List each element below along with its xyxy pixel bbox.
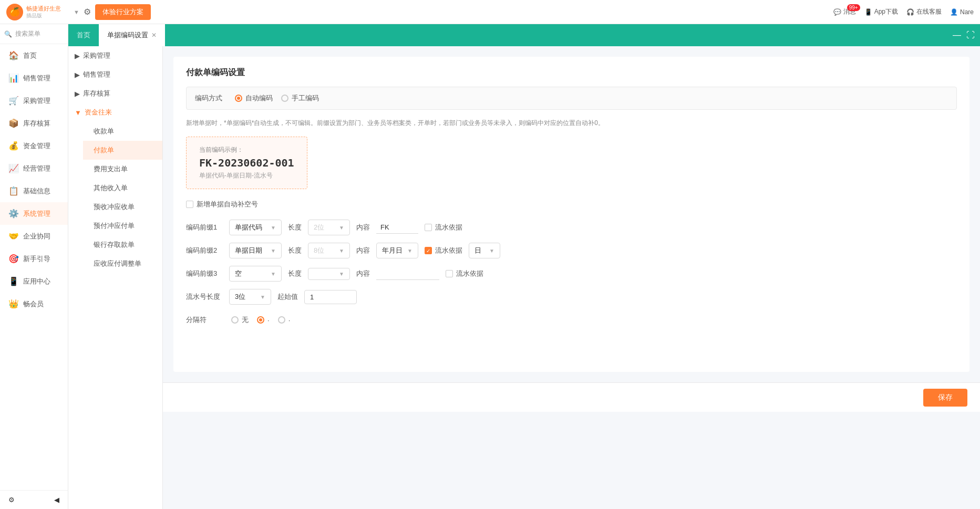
sep-dot[interactable]: · [257, 316, 270, 324]
sep-dot-radio[interactable] [257, 316, 264, 324]
bottom-bar: 保存 [163, 382, 980, 412]
finance-icon: 💰 [8, 141, 19, 151]
sep-none[interactable]: 无 [231, 315, 249, 325]
prefix1-label: 编码前缀1 [186, 223, 223, 232]
sidebar: 🔍 搜索菜单 🏠 首页 📊 销售管理 🛒 采购管理 📦 库存核算 💰 资金管理 … [0, 24, 68, 509]
left-item-payable-adj[interactable]: 应收应付调整单 [83, 254, 162, 273]
basic-icon: 📋 [8, 186, 19, 196]
left-item-payment[interactable]: 付款单 [83, 141, 162, 160]
prefix3-length-select[interactable]: ▼ [308, 268, 350, 280]
sidebar-item-operation[interactable]: 📈 经营管理 [0, 157, 68, 180]
prefix2-serial-check[interactable]: ✓ 流水依据 [425, 246, 462, 255]
auto-fill-checkbox-row[interactable]: 新增单据自动补空号 [186, 200, 957, 209]
start-value-input[interactable] [304, 290, 357, 304]
prefix3-row: 编码前缀3 空 ▼ 长度 ▼ 内容 流水依据 [186, 266, 957, 282]
prefix3-content-input[interactable] [376, 267, 439, 280]
enterprise-icon: 🤝 [8, 231, 19, 241]
prefix1-serial-check[interactable]: 流水依据 [425, 223, 462, 232]
group-sales[interactable]: ▶ 销售管理 [68, 65, 162, 84]
prefix2-content-label: 内容 [356, 246, 370, 255]
prefix2-cycle-select[interactable]: 日 ▼ [469, 243, 500, 258]
sidebar-item-sales[interactable]: 📊 销售管理 [0, 67, 68, 89]
manual-encode-option[interactable]: 手工编码 [281, 94, 319, 103]
prefix2-serial-checkbox[interactable]: ✓ [425, 247, 432, 254]
prefix2-length-label: 长度 [288, 246, 302, 255]
manual-encode-radio[interactable] [281, 95, 288, 102]
left-item-expense[interactable]: 费用支出单 [83, 160, 162, 179]
sidebar-item-enterprise[interactable]: 🤝 企业协同 [0, 225, 68, 247]
prefix3-arrow-icon: ▼ [271, 271, 276, 277]
prefix2-label: 编码前缀2 [186, 246, 223, 255]
prefix2-length-select[interactable]: 8位 ▼ [308, 243, 350, 258]
prefix1-content-input[interactable] [376, 221, 418, 234]
sidebar-item-guide[interactable]: 🎯 新手引导 [0, 247, 68, 270]
left-item-prepay-pay[interactable]: 预付冲应付单 [83, 216, 162, 235]
prefix3-length-label: 长度 [288, 269, 302, 278]
prefix3-select[interactable]: 空 ▼ [229, 266, 282, 282]
encoding-radio-group: 自动编码 手工编码 [235, 94, 319, 103]
prefix3-serial-check[interactable]: 流水依据 [446, 269, 483, 278]
sep-dash-radio[interactable] [278, 316, 285, 324]
chevron-right-icon: ▶ [75, 52, 80, 60]
prefix2-select[interactable]: 单据日期 ▼ [229, 243, 282, 258]
sidebar-item-basic[interactable]: 📋 基础信息 [0, 180, 68, 202]
auto-encode-radio[interactable] [235, 95, 242, 102]
settings-bottom-icon[interactable]: ⚙ [8, 496, 15, 504]
collapse-icon[interactable]: ◀ [54, 496, 59, 504]
tab-home[interactable]: 首页 [68, 24, 99, 46]
left-item-other-income[interactable]: 其他收入单 [83, 179, 162, 198]
guide-icon: 🎯 [8, 254, 19, 264]
group-purchase[interactable]: ▶ 采购管理 [68, 46, 162, 65]
sidebar-item-system[interactable]: ⚙️ 系统管理 [0, 202, 68, 225]
app-download-btn[interactable]: 📱 App下载 [864, 7, 898, 16]
prefix2-row: 编码前缀2 单据日期 ▼ 长度 8位 ▼ 内容 年月日 ▼ [186, 243, 957, 258]
prefix1-select[interactable]: 单据代码 ▼ [229, 220, 282, 235]
tab-close-icon[interactable]: ✕ [151, 32, 157, 39]
group-capital[interactable]: ▼ 资金往来 [68, 103, 162, 122]
left-item-receipt[interactable]: 收款单 [83, 122, 162, 141]
prefix1-content-label: 内容 [356, 223, 370, 232]
online-service-btn[interactable]: 🎧 在线客服 [906, 7, 942, 16]
experience-button[interactable]: 体验行业方案 [95, 4, 151, 20]
prefix2-content-arrow-icon: ▼ [407, 248, 412, 254]
prefix1-serial-checkbox[interactable] [425, 224, 432, 231]
settings-icon[interactable]: ⚙ [84, 7, 91, 17]
search-icon: 🔍 [4, 30, 12, 38]
start-value-label: 起始值 [277, 292, 298, 302]
dropdown-arrow-icon[interactable]: ▼ [74, 9, 79, 15]
tab-encode-settings[interactable]: 单据编码设置 ✕ [99, 24, 165, 46]
sep-none-radio[interactable] [231, 316, 239, 324]
serial-length-select[interactable]: 3位 ▼ [229, 289, 271, 305]
chevron-right-icon-3: ▶ [75, 90, 80, 98]
prefix3-label: 编码前缀3 [186, 269, 223, 278]
auto-fill-checkbox[interactable] [186, 201, 193, 208]
save-button[interactable]: 保存 [923, 389, 967, 407]
sidebar-item-home[interactable]: 🏠 首页 [0, 44, 68, 67]
tab-bar: 首页 单据编码设置 ✕ — ⛶ [68, 24, 980, 46]
encoding-label: 编码方式 [195, 94, 222, 103]
sidebar-item-finance[interactable]: 💰 资金管理 [0, 134, 68, 157]
system-icon: ⚙️ [8, 209, 19, 219]
page-title: 付款单编码设置 [186, 67, 957, 78]
sidebar-item-member[interactable]: 👑 畅会员 [0, 293, 68, 315]
tab-bar-actions: — ⛶ [953, 30, 975, 40]
auto-encode-option[interactable]: 自动编码 [235, 94, 273, 103]
left-item-bank-deposit[interactable]: 银行存取款单 [83, 235, 162, 254]
main-area: 首页 单据编码设置 ✕ — ⛶ ▶ 采购管理 ▶ 销售管理 ▶ 库存核算 [68, 24, 980, 509]
sidebar-item-inventory[interactable]: 📦 库存核算 [0, 112, 68, 134]
logo-icon: 🍊 [6, 4, 23, 20]
prefix2-content-select[interactable]: 年月日 ▼ [376, 243, 418, 258]
sep-dash[interactable]: · [278, 316, 291, 324]
prefix1-length-select[interactable]: 2位 ▼ [308, 220, 350, 235]
message-btn[interactable]: 💬 消息 99+ [833, 7, 856, 16]
left-item-prepay-recv[interactable]: 预收冲应收单 [83, 198, 162, 216]
sidebar-item-apps[interactable]: 📱 应用中心 [0, 270, 68, 293]
group-inventory[interactable]: ▶ 库存核算 [68, 84, 162, 103]
chevron-down-icon: ▼ [75, 109, 81, 117]
tab-maximize-icon[interactable]: ⛶ [966, 30, 975, 40]
sidebar-item-purchase[interactable]: 🛒 采购管理 [0, 89, 68, 112]
tab-minimize-icon[interactable]: — [953, 30, 961, 40]
user-avatar[interactable]: 👤 Nare [950, 8, 974, 16]
search-menu[interactable]: 🔍 搜索菜单 [0, 24, 68, 44]
prefix3-serial-checkbox[interactable] [446, 270, 453, 277]
